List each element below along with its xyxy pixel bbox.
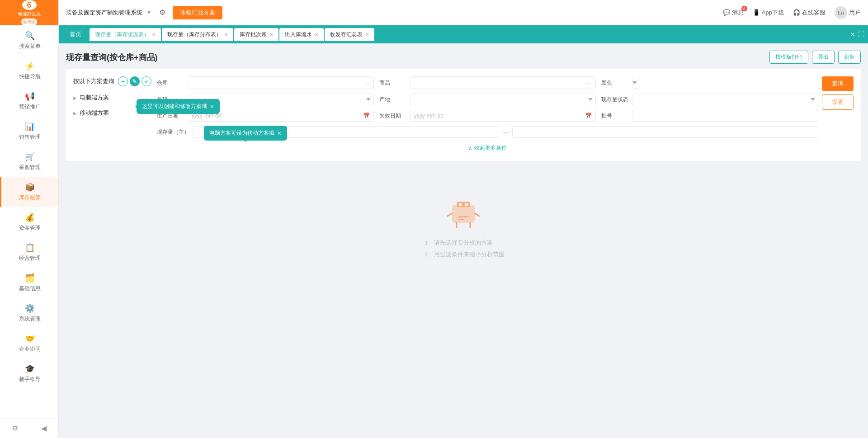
schema-name: 移动端方案 bbox=[80, 109, 109, 117]
sidebar-item-label: 基础信息 bbox=[19, 285, 41, 292]
sidebar-item-quicknav[interactable]: ⚡ 快捷导航 bbox=[0, 56, 58, 86]
stock-status-select[interactable] bbox=[632, 94, 818, 105]
empty-illustration bbox=[445, 193, 481, 230]
expiry-date-placeholder: yyyy-mm-dd bbox=[414, 113, 443, 119]
app-download-label: App下载 bbox=[762, 9, 784, 17]
sidebar-item-label: 企业协同 bbox=[19, 345, 41, 353]
user-menu[interactable]: Ea 用户 bbox=[835, 6, 861, 19]
finance-icon: 💰 bbox=[25, 212, 35, 222]
goods-input[interactable]: ··· bbox=[410, 76, 596, 89]
headset-icon: 🎧 bbox=[793, 9, 800, 16]
sidebar-item-operations[interactable]: 📋 经营管理 bbox=[0, 237, 58, 268]
reset-btn[interactable]: 设置 bbox=[822, 94, 854, 110]
warehouse-dots[interactable]: ··· bbox=[364, 79, 370, 86]
tab-close-inout-flow[interactable]: ✕ bbox=[315, 32, 318, 37]
step2-text: 用过滤条件来缩小分析范围 bbox=[434, 250, 505, 259]
experience-btn[interactable]: 体验行业方案 bbox=[173, 6, 222, 19]
settings-bottom-icon[interactable]: ⚙ bbox=[12, 424, 18, 433]
tab-end-btns: ✕ ⛶ bbox=[850, 31, 864, 38]
tab-inventory-status[interactable]: 现存量（库存状况表） ✕ bbox=[90, 28, 161, 41]
online-support-btn[interactable]: 🎧 在线客服 bbox=[793, 9, 826, 17]
sidebar-item-sales[interactable]: 📊 销售管理 bbox=[0, 116, 58, 146]
schema-name: 电脑端方案 bbox=[80, 94, 109, 102]
sidebar-item-search[interactable]: 🔍 搜索菜单 bbox=[0, 25, 58, 56]
sidebar-item-purchase[interactable]: 🛒 采购管理 bbox=[0, 146, 58, 177]
add-schema-btn[interactable]: + bbox=[118, 76, 128, 86]
page-actions: 按模板打印 导出 刷新 bbox=[769, 51, 861, 64]
sidebar-item-marketing[interactable]: 📢 营销推广 bbox=[0, 86, 58, 116]
calendar-icon[interactable]: 📅 bbox=[363, 113, 370, 119]
step-num-2: 2 bbox=[422, 250, 430, 259]
system-icon: ⚙️ bbox=[25, 303, 35, 313]
batch-input[interactable] bbox=[632, 110, 818, 122]
logo-badge: 标准版 bbox=[21, 19, 37, 25]
sidebar-item-label: 经营管理 bbox=[19, 254, 41, 262]
refresh-btn[interactable]: 刷新 bbox=[838, 51, 861, 64]
tooltip2-close[interactable]: ✕ bbox=[210, 104, 214, 110]
tab-batch-account[interactable]: 库存批次账 ✕ bbox=[234, 28, 278, 41]
tab-fullscreen-icon[interactable]: ⛶ bbox=[858, 31, 864, 38]
color-select[interactable] bbox=[632, 77, 640, 89]
query-btn[interactable]: 查询 bbox=[822, 76, 854, 91]
inventory-icon: 📦 bbox=[25, 182, 35, 192]
tab-close-inventory-status[interactable]: ✕ bbox=[152, 32, 156, 37]
tab-close-inventory-dist[interactable]: ✕ bbox=[224, 32, 228, 37]
expiry-date-input[interactable]: yyyy-mm-dd 📅 bbox=[410, 110, 596, 122]
basic-icon: 🗂️ bbox=[25, 273, 35, 283]
origin-select[interactable] bbox=[410, 94, 596, 105]
filter-field-goods: 商品 ··· bbox=[379, 76, 596, 89]
empty-state: 1 请先选择要分析的方案 2 用过滤条件来缩小分析范围 bbox=[66, 166, 861, 289]
template-print-btn[interactable]: 按模板打印 bbox=[769, 51, 808, 64]
goods-dots[interactable]: ··· bbox=[587, 79, 592, 86]
sidebar-item-label: 销售管理 bbox=[19, 133, 41, 141]
stock-status-label: 现存量状态 bbox=[601, 96, 628, 104]
sidebar-item-enterprise[interactable]: 🤝 企业协同 bbox=[0, 328, 58, 358]
sidebar-item-guide[interactable]: 🎓 新手引导 bbox=[0, 358, 58, 389]
sidebar-item-system[interactable]: ⚙️ 系统管理 bbox=[0, 298, 58, 328]
tab-home[interactable]: 首页 bbox=[62, 28, 89, 41]
empty-steps: 1 请先选择要分析的方案 2 用过滤条件来缩小分析范围 bbox=[422, 239, 505, 262]
settings-icon[interactable]: ⚙ bbox=[159, 8, 165, 17]
expiry-date-label: 失效日期 bbox=[379, 112, 406, 120]
sidebar-bottom: ⚙ ◀ bbox=[0, 418, 58, 438]
tooltip1-close[interactable]: ✕ bbox=[277, 130, 282, 137]
tab-inventory-dist[interactable]: 现存量（库存分布表） ✕ bbox=[162, 28, 233, 41]
stock-qty-max[interactable] bbox=[512, 126, 818, 138]
messages-btn[interactable]: 💬 消息 6 bbox=[723, 9, 744, 17]
online-support-label: 在线客服 bbox=[802, 9, 826, 17]
tab-close-all-icon[interactable]: ✕ bbox=[850, 31, 855, 38]
sidebar-item-inventory[interactable]: 📦 库存核算 bbox=[0, 177, 58, 207]
sidebar-item-label: 快捷导航 bbox=[19, 73, 41, 80]
calendar-icon2[interactable]: 📅 bbox=[585, 113, 592, 119]
sidebar-item-finance[interactable]: 💰 资金管理 bbox=[0, 207, 58, 237]
system-name: 装备及固定资产辅助管理系统 bbox=[66, 9, 142, 17]
warehouse-input[interactable]: ··· bbox=[188, 76, 374, 89]
batch-label: 批号 bbox=[601, 112, 628, 120]
sidebar-item-label: 营销推广 bbox=[19, 103, 41, 111]
system-dropdown-icon[interactable]: ▼ bbox=[146, 9, 152, 16]
tab-close-batch-account[interactable]: ✕ bbox=[269, 32, 273, 37]
arrow-icon: ▶ bbox=[73, 95, 77, 100]
filter-panel: 按以下方案查询 + ✎ « ▶ 电脑端方案 bbox=[66, 69, 861, 161]
sidebar-item-basic[interactable]: 🗂️ 基础信息 bbox=[0, 268, 58, 298]
stock-qty-label: 现存量（主） bbox=[157, 128, 189, 136]
warehouse-label: 仓库 bbox=[157, 79, 184, 87]
more-conditions-label: 收起更多条件 bbox=[474, 144, 507, 152]
more-conditions-btn[interactable]: ∧ 收起更多条件 bbox=[157, 142, 818, 154]
message-icon: 💬 bbox=[723, 9, 730, 16]
export-btn[interactable]: 导出 bbox=[812, 51, 835, 64]
back-schema-btn[interactable]: « bbox=[142, 76, 151, 86]
main-area: 装备及固定资产辅助管理系统 ▼ ⚙ 体验行业方案 💬 消息 6 📱 App下载 … bbox=[59, 0, 868, 438]
tab-inout-flow[interactable]: 出入库流水 ✕ bbox=[279, 28, 324, 41]
tab-close-receive-summary[interactable]: ✕ bbox=[365, 32, 369, 37]
collapse-sidebar-icon[interactable]: ◀ bbox=[41, 424, 47, 433]
svg-rect-4 bbox=[458, 216, 469, 217]
svg-rect-2 bbox=[459, 203, 462, 206]
app-download-btn[interactable]: 📱 App下载 bbox=[753, 9, 784, 17]
sidebar-item-label: 资金管理 bbox=[19, 224, 41, 232]
sidebar-item-label: 系统管理 bbox=[19, 315, 41, 323]
topbar-right: 💬 消息 6 📱 App下载 🎧 在线客服 Ea 用户 bbox=[723, 6, 861, 19]
svg-rect-3 bbox=[465, 203, 468, 206]
edit-schema-btn[interactable]: ✎ bbox=[130, 76, 140, 86]
tab-receive-summary[interactable]: 收发存汇总表 ✕ bbox=[325, 28, 374, 41]
